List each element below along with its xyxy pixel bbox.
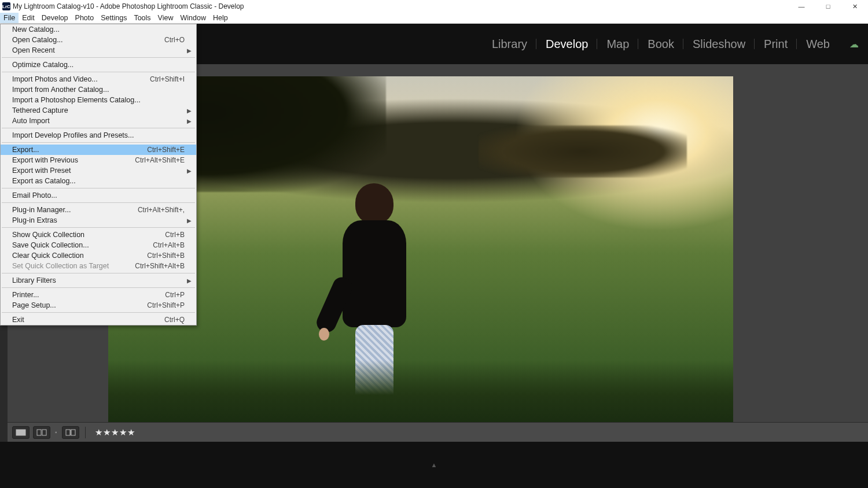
menu-file[interactable]: File	[0, 13, 19, 23]
module-picker: LibraryDevelopMapBookSlideshowPrintWeb	[483, 35, 839, 53]
chevron-right-icon: ▶	[187, 278, 192, 284]
module-map[interactable]: Map	[597, 35, 638, 53]
toolbar-separator	[85, 427, 86, 438]
menu-item-clear-quick-collection[interactable]: Clear Quick CollectionCtrl+Shift+B	[1, 250, 196, 261]
svg-rect-1	[37, 430, 41, 435]
menu-item-import-develop-profiles-and-presets[interactable]: Import Develop Profiles and Presets...	[1, 130, 196, 141]
menu-view[interactable]: View	[155, 13, 177, 23]
menu-item-new-catalog[interactable]: New Catalog...	[1, 24, 196, 35]
menu-item-label: Show Quick Collection	[12, 231, 84, 239]
menu-item-import-photos-and-video[interactable]: Import Photos and Video...Ctrl+Shift+I	[1, 74, 196, 84]
menu-item-shortcut: Ctrl+Shift+E	[147, 146, 185, 154]
menu-item-show-quick-collection[interactable]: Show Quick CollectionCtrl+B	[1, 230, 196, 240]
menu-item-exit[interactable]: ExitCtrl+Q	[1, 315, 196, 325]
develop-toolbar: ▪ ★★★★★	[8, 422, 868, 442]
menu-item-plug-in-extras[interactable]: Plug-in Extras▶	[1, 215, 196, 225]
menu-item-open-recent[interactable]: Open Recent▶	[1, 45, 196, 56]
loupe-view-button[interactable]	[12, 426, 30, 439]
menu-item-library-filters[interactable]: Library Filters▶	[1, 275, 196, 286]
menu-item-shortcut: Ctrl+Shift+P	[147, 301, 185, 309]
menu-settings[interactable]: Settings	[97, 13, 130, 23]
menu-item-auto-import[interactable]: Auto Import▶	[1, 116, 196, 126]
menu-photo[interactable]: Photo	[72, 13, 98, 23]
menu-item-label: Library Filters	[12, 276, 56, 284]
cloud-sync-icon[interactable]: ☁	[849, 39, 859, 50]
close-button[interactable]: ✕	[841, 0, 868, 13]
module-book[interactable]: Book	[638, 35, 683, 53]
menu-separator	[2, 128, 195, 128]
menu-item-label: Clear Quick Collection	[12, 252, 84, 260]
file-menu-dropdown: New Catalog...Open Catalog...Ctrl+OOpen …	[0, 24, 197, 326]
menu-item-export[interactable]: Export...Ctrl+Shift+E	[1, 145, 196, 155]
menu-item-label: Import Develop Profiles and Presets...	[12, 131, 134, 139]
menu-item-import-a-photoshop-elements-catalog[interactable]: Import a Photoshop Elements Catalog...	[1, 95, 196, 105]
menu-item-label: Export with Previous	[12, 156, 78, 164]
menu-item-export-with-preset[interactable]: Export with Preset▶	[1, 165, 196, 176]
rating-stars[interactable]: ★★★★★	[95, 427, 135, 438]
menu-item-page-setup[interactable]: Page Setup...Ctrl+Shift+P	[1, 300, 196, 310]
menu-item-label: Page Setup...	[12, 301, 56, 309]
menu-item-label: Save Quick Collection...	[12, 241, 89, 249]
filmstrip[interactable]: ▲	[0, 442, 868, 488]
menu-item-label: Printer...	[12, 291, 39, 299]
menu-item-label: Auto Import	[12, 117, 50, 125]
module-web[interactable]: Web	[797, 35, 839, 53]
menu-item-printer[interactable]: Printer...Ctrl+P	[1, 290, 196, 300]
view-mode-expand-icon[interactable]: ▪	[54, 429, 58, 435]
before-after-tb-button[interactable]	[62, 426, 79, 439]
menu-item-label: Export as Catalog...	[12, 177, 76, 185]
module-library[interactable]: Library	[483, 35, 536, 53]
menu-item-label: Set Quick Collection as Target	[12, 262, 109, 270]
module-print[interactable]: Print	[755, 35, 797, 53]
menu-item-shortcut: Ctrl+Alt+Shift+,	[138, 206, 185, 214]
chevron-right-icon: ▶	[187, 168, 192, 174]
menu-separator	[2, 227, 195, 228]
menu-separator	[2, 312, 195, 313]
menu-item-set-quick-collection-as-target: Set Quick Collection as TargetCtrl+Shift…	[1, 261, 196, 271]
menu-item-plug-in-manager[interactable]: Plug-in Manager...Ctrl+Alt+Shift+,	[1, 205, 196, 215]
menu-help[interactable]: Help	[209, 13, 231, 23]
menu-item-save-quick-collection[interactable]: Save Quick Collection...Ctrl+Alt+B	[1, 240, 196, 250]
menu-item-export-with-previous[interactable]: Export with PreviousCtrl+Alt+Shift+E	[1, 155, 196, 165]
menu-item-label: Import a Photoshop Elements Catalog...	[12, 96, 141, 104]
menu-item-label: Plug-in Extras	[12, 216, 57, 224]
menu-item-shortcut: Ctrl+P	[165, 291, 185, 299]
minimize-button[interactable]: —	[788, 0, 815, 13]
menu-item-shortcut: Ctrl+Shift+I	[150, 75, 185, 83]
chevron-right-icon: ▶	[187, 217, 192, 224]
chevron-right-icon: ▶	[187, 118, 192, 124]
window-title: My Lightroom Catalog-v10 - Adobe Photosh…	[13, 2, 244, 10]
menu-develop[interactable]: Develop	[38, 13, 72, 23]
menu-item-email-photo[interactable]: Email Photo...	[1, 190, 196, 201]
maximize-button[interactable]: □	[815, 0, 841, 13]
menu-item-label: Import from Another Catalog...	[12, 86, 109, 94]
app-icon: LrC	[2, 2, 10, 10]
menu-window[interactable]: Window	[176, 13, 209, 23]
menu-item-label: Plug-in Manager...	[12, 206, 71, 214]
chevron-right-icon: ▶	[187, 108, 192, 114]
menu-item-label: Import Photos and Video...	[12, 75, 98, 83]
menu-item-shortcut: Ctrl+B	[165, 231, 185, 239]
before-after-lr-button[interactable]	[33, 426, 50, 439]
menu-tools[interactable]: Tools	[130, 13, 154, 23]
module-develop[interactable]: Develop	[536, 35, 597, 53]
menu-item-shortcut: Ctrl+Alt+B	[153, 241, 185, 249]
window-controls: — □ ✕	[788, 0, 868, 13]
svg-rect-5	[71, 430, 75, 435]
menu-item-tethered-capture[interactable]: Tethered Capture▶	[1, 105, 196, 116]
menu-separator	[2, 57, 195, 58]
menu-item-shortcut: Ctrl+Alt+Shift+E	[135, 156, 185, 164]
menu-item-export-as-catalog[interactable]: Export as Catalog...	[1, 176, 196, 186]
right-panel-collapsed[interactable]: ▾	[833, 64, 868, 442]
module-slideshow[interactable]: Slideshow	[683, 35, 755, 53]
menu-separator	[2, 287, 195, 288]
filmstrip-expand-icon[interactable]: ▲	[431, 461, 437, 468]
menu-item-optimize-catalog[interactable]: Optimize Catalog...	[1, 60, 196, 70]
menu-edit[interactable]: Edit	[19, 13, 38, 23]
menu-item-label: Export with Preset	[12, 167, 71, 175]
menu-item-label: Optimize Catalog...	[12, 61, 73, 69]
menu-item-label: Open Catalog...	[12, 36, 63, 44]
menu-item-import-from-another-catalog[interactable]: Import from Another Catalog...	[1, 84, 196, 95]
menu-item-open-catalog[interactable]: Open Catalog...Ctrl+O	[1, 35, 196, 45]
menubar: FileEditDevelopPhotoSettingsToolsViewWin…	[0, 13, 868, 24]
